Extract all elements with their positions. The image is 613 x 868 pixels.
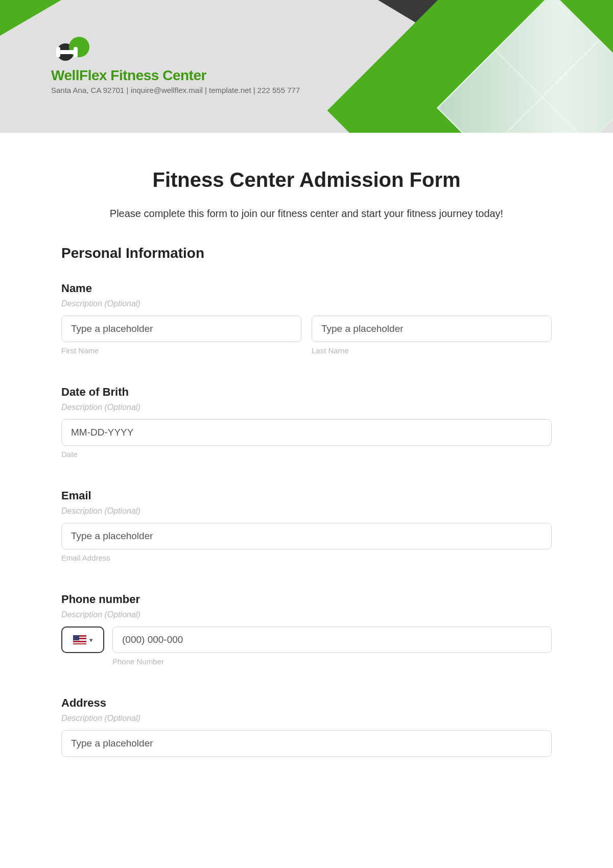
desc-address: Description (Optional) bbox=[61, 714, 552, 723]
phone-input[interactable] bbox=[112, 626, 552, 653]
logo-icon bbox=[51, 36, 300, 62]
field-dob: Date of Brith Description (Optional) Dat… bbox=[61, 385, 552, 459]
form-title: Fitness Center Admission Form bbox=[61, 168, 552, 191]
desc-dob: Description (Optional) bbox=[61, 403, 552, 412]
last-name-input[interactable] bbox=[312, 316, 552, 342]
label-email: Email bbox=[61, 489, 552, 502]
country-code-select[interactable]: ▾ bbox=[61, 626, 104, 653]
sublabel-last-name: Last Name bbox=[312, 346, 552, 355]
us-flag-icon bbox=[73, 635, 86, 644]
label-phone: Phone number bbox=[61, 593, 552, 606]
sublabel-email: Email Address bbox=[61, 553, 552, 562]
desc-email: Description (Optional) bbox=[61, 507, 552, 516]
sublabel-first-name: First Name bbox=[61, 346, 301, 355]
field-address: Address Description (Optional) bbox=[61, 696, 552, 757]
section-personal-info: Personal Information bbox=[61, 245, 552, 261]
sublabel-dob: Date bbox=[61, 450, 552, 459]
brand-block: WellFlex Fitness Center Santa Ana, CA 92… bbox=[51, 36, 300, 94]
svg-rect-5 bbox=[74, 47, 78, 57]
svg-rect-3 bbox=[58, 50, 76, 54]
dob-input[interactable] bbox=[61, 419, 552, 446]
field-name: Name Description (Optional) First Name L… bbox=[61, 282, 552, 355]
brand-name: WellFlex Fitness Center bbox=[51, 67, 300, 84]
email-input[interactable] bbox=[61, 523, 552, 549]
decor-triangle-left bbox=[0, 0, 61, 36]
label-dob: Date of Brith bbox=[61, 385, 552, 399]
desc-name: Description (Optional) bbox=[61, 299, 552, 308]
field-phone: Phone number Description (Optional) ▾ Ph… bbox=[61, 593, 552, 666]
sublabel-phone: Phone Number bbox=[112, 657, 552, 666]
svg-rect-4 bbox=[56, 47, 60, 57]
label-address: Address bbox=[61, 696, 552, 710]
header-banner: WellFlex Fitness Center Santa Ana, CA 92… bbox=[0, 0, 613, 133]
brand-subline: Santa Ana, CA 92701 | inquire@wellflex.m… bbox=[51, 86, 300, 94]
first-name-input[interactable] bbox=[61, 316, 301, 342]
chevron-down-icon: ▾ bbox=[89, 636, 93, 644]
svg-rect-2 bbox=[77, 39, 82, 44]
label-name: Name bbox=[61, 282, 552, 295]
desc-phone: Description (Optional) bbox=[61, 610, 552, 619]
address-input[interactable] bbox=[61, 730, 552, 757]
form-content: Fitness Center Admission Form Please com… bbox=[0, 133, 613, 777]
field-email: Email Description (Optional) Email Addre… bbox=[61, 489, 552, 562]
form-intro: Please complete this form to join our fi… bbox=[61, 208, 552, 220]
